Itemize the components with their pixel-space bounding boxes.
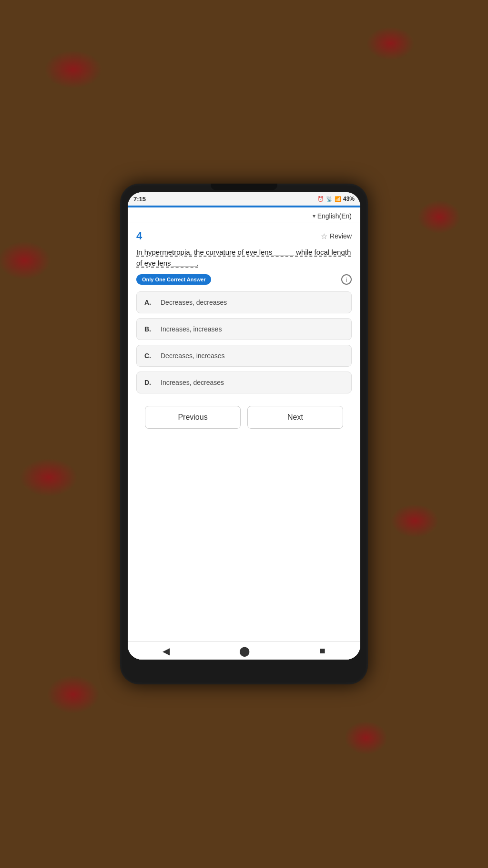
option-a-label: A. [144,299,155,306]
status-bar: 7:15 ⏰ 📡 📶 43% [128,192,360,206]
option-a[interactable]: A. Decreases, decreases [136,291,352,313]
navigation-buttons: Previous Next [136,401,352,435]
chevron-down-icon: ▾ [313,213,315,219]
option-d-text: Increases, decreases [161,379,224,386]
option-a-text: Decreases, decreases [161,299,227,306]
previous-button[interactable]: Previous [145,406,241,429]
option-d[interactable]: D. Increases, decreases [136,372,352,393]
language-label: English(En) [317,212,352,220]
bottom-nav-bar: ◀ ⬤ ■ [128,641,360,660]
next-button[interactable]: Next [247,406,343,429]
question-text: In hypermetropia, the curvature of eye l… [136,247,352,269]
review-label: Review [330,232,352,240]
question-header: 4 ☆ Review [136,230,352,242]
status-icons: ⏰ 📡 📶 43% [317,196,355,202]
option-b[interactable]: B. Increases, increases [136,318,352,340]
answer-type-badge[interactable]: Only One Correct Answer [136,274,211,285]
language-button[interactable]: ▾ English(En) [313,212,352,220]
phone-device: 7:15 ⏰ 📡 📶 43% ▾ English(En) [120,184,368,684]
star-icon: ☆ [321,232,327,241]
app-content: ▾ English(En) 4 ☆ Review In hypermetropi… [128,207,360,660]
status-time: 7:15 [133,196,146,203]
option-b-label: B. [144,325,155,333]
option-b-text: Increases, increases [161,325,222,333]
phone-screen: 7:15 ⏰ 📡 📶 43% ▾ English(En) [128,192,360,660]
recents-button[interactable]: ■ [320,645,325,656]
badge-row: Only One Correct Answer i [136,274,352,285]
options-list: A. Decreases, decreases B. Increases, in… [136,291,352,393]
wifi-icon: 📡 [326,196,333,202]
info-icon[interactable]: i [341,274,352,285]
question-area: 4 ☆ Review In hypermetropia, the curvatu… [128,223,360,641]
signal-icon: 📶 [335,196,341,202]
clock-icon: ⏰ [317,196,324,202]
home-button[interactable]: ⬤ [239,645,250,657]
battery-level: 43% [343,196,355,202]
back-button[interactable]: ◀ [163,645,170,657]
question-number: 4 [136,230,142,242]
option-c[interactable]: C. Decreases, increases [136,345,352,367]
option-d-label: D. [144,379,155,386]
review-button[interactable]: ☆ Review [321,232,352,241]
language-selector[interactable]: ▾ English(En) [128,207,360,223]
option-c-text: Decreases, increases [161,352,225,360]
phone-notch [211,184,277,190]
option-c-label: C. [144,352,155,360]
